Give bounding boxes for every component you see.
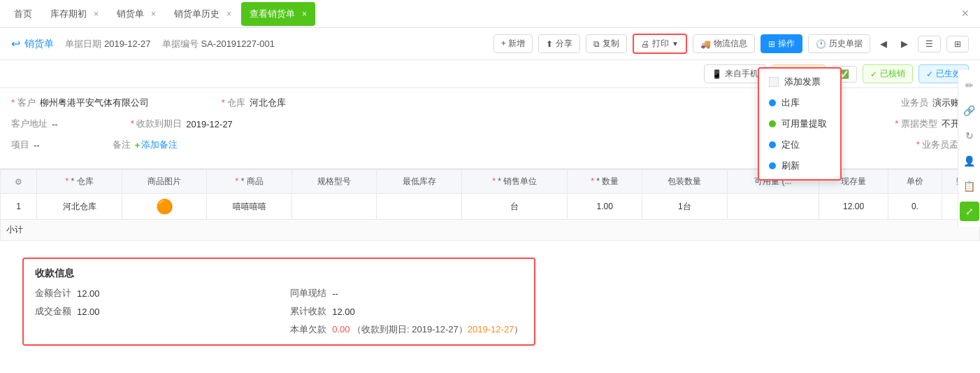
row-image: 🟠 <box>122 194 207 220</box>
tab-home-label: 首页 <box>14 8 32 20</box>
transaction-row: 成交金额 12.00 <box>35 305 268 318</box>
address-value: -- <box>52 119 58 129</box>
dot-green-icon <box>769 120 776 127</box>
same-order-value: -- <box>332 288 338 299</box>
staff-label: 业务员 <box>901 97 928 109</box>
view-toggle-card[interactable]: ⊞ <box>946 36 969 52</box>
tab-inventory-init-close[interactable]: × <box>94 9 99 19</box>
due-row: 本单欠款 0.00 （收款到期日: 2019-12-27）2019-12-27） <box>290 323 523 336</box>
confirm-label: 已核销 <box>880 68 905 80</box>
logistics-button[interactable]: 🚚 物流信息 <box>693 34 755 53</box>
ticket-label: 票据类型 <box>895 118 937 130</box>
col-settings[interactable]: ⚙ <box>1 170 37 194</box>
row-price: 0. <box>888 194 942 220</box>
operations-button[interactable]: ⊞ 操作 <box>761 34 802 53</box>
customer-field: 客户 柳州粤港平安气体有限公司 <box>11 97 149 109</box>
operations-dropdown: 添加发票 出库 可用量提取 定位 刷新 <box>758 67 842 181</box>
share-icon: ⬆ <box>546 39 553 49</box>
project-label: 项目 <box>11 139 29 151</box>
history-button[interactable]: 🕐 历史单据 <box>808 34 870 53</box>
logistics-button-label: 物流信息 <box>714 38 747 50</box>
doc-date-field: 单据日期 2019-12-27 <box>65 38 151 50</box>
due-label: 本单欠款 <box>290 323 326 336</box>
add-invoice-item[interactable]: 添加发票 <box>759 71 840 92</box>
note-label: 备注 <box>113 139 131 151</box>
doc-number-field: 单据编号 SA-20191227-001 <box>162 38 275 50</box>
customer-label: 客户 <box>11 97 36 109</box>
sidebar-user-icon[interactable]: 👤 <box>959 151 979 171</box>
row-spec <box>291 194 377 220</box>
confirmed-button[interactable]: ✓ 已核销 <box>863 64 913 83</box>
payment-date-label: 收款到期日 <box>131 118 182 130</box>
window-close-button[interactable]: × <box>956 3 974 24</box>
col-spec: 规格型号 <box>291 170 377 194</box>
doc-header: ↩ 销货单 单据日期 2019-12-27 单据编号 SA-20191227-0… <box>0 28 980 60</box>
tab-sales-order-close[interactable]: × <box>151 9 156 19</box>
row-warehouse: 河北仓库 <box>37 194 122 220</box>
refresh-label: 刷新 <box>781 160 800 172</box>
doc-title-area: ↩ 销货单 <box>11 37 54 50</box>
locate-item[interactable]: 定位 <box>759 134 840 155</box>
row-num: 1 <box>1 194 37 220</box>
summary-grid: 金额合计 12.00 同单现结 -- 成交金额 12.00 累计收款 12.00 <box>35 287 523 336</box>
table-row: 1 河北仓库 🟠 嘻嘻嘻嘻 台 1.00 1台 12.00 0. <box>1 194 980 220</box>
refresh-item[interactable]: 刷新 <box>759 155 840 176</box>
copy-button[interactable]: ⧉ 复制 <box>586 34 627 53</box>
copy-icon: ⧉ <box>593 39 600 49</box>
outbound-item[interactable]: 出库 <box>759 92 840 113</box>
new-button[interactable]: + 新增 <box>493 34 533 53</box>
address-field: 客户地址 -- <box>11 118 58 130</box>
print-icon: 🖨 <box>641 39 649 49</box>
available-qty-item[interactable]: 可用量提取 <box>759 113 840 134</box>
payment-date-field: 收款到期日 2019-12-27 <box>131 118 233 130</box>
due-suffix: （收款到期日: 2019-12-27） <box>352 324 468 335</box>
dot-blue-icon3 <box>769 162 776 169</box>
total-amount-row: 金额合计 12.00 <box>35 287 268 300</box>
doc-number-label: 单据编号 <box>162 38 199 50</box>
share-button[interactable]: ⬆ 分享 <box>538 34 580 53</box>
total-amount-label: 金额合计 <box>35 287 71 300</box>
outbound-label: 出库 <box>781 97 800 109</box>
print-button[interactable]: 🖨 打印 ▼ <box>633 34 687 54</box>
subtotal-label: 小计 <box>1 220 980 241</box>
nav-next[interactable]: ▶ <box>897 36 912 52</box>
settings-icon[interactable]: ⚙ <box>15 177 22 187</box>
doc-meta: 单据日期 2019-12-27 单据编号 SA-20191227-001 <box>65 38 482 50</box>
doc-title: 销货单 <box>24 38 54 50</box>
history-button-label: 历史单据 <box>829 38 863 50</box>
col-min-stock: 最低库存 <box>377 170 462 194</box>
col-warehouse: * 仓库 <box>37 170 122 194</box>
tab-bar: 首页 库存期初 × 销货单 × 销货单历史 × 查看销货单 × × <box>0 0 980 28</box>
print-dropdown-icon: ▼ <box>672 40 679 48</box>
due-date: 2019-12-27 <box>468 324 514 335</box>
nav-prev[interactable]: ◀ <box>876 36 891 52</box>
tab-home[interactable]: 首页 <box>6 2 41 26</box>
col-qty: * 数量 <box>568 170 642 194</box>
sidebar-expand-icon[interactable]: ⤢ <box>960 202 979 221</box>
summary-container: 收款信息 金额合计 12.00 同单现结 -- 成交金额 12.00 <box>0 241 980 363</box>
warehouse-field: 仓库 河北仓库 <box>222 97 287 109</box>
from-phone-button[interactable]: 📱 来自手机 <box>704 64 766 83</box>
tab-sales-history[interactable]: 销货单历史 × <box>166 2 240 26</box>
row-product: 嘻嘻嘻嘻 <box>207 194 292 220</box>
tab-view-sales[interactable]: 查看销货单 × <box>241 2 315 26</box>
sidebar-link-icon[interactable]: 🔗 <box>959 101 979 120</box>
add-note-button[interactable]: + 添加备注 <box>135 139 178 151</box>
note-field: 备注 + 添加备注 <box>113 139 178 151</box>
tab-view-sales-close[interactable]: × <box>302 9 307 19</box>
subtotal-row: 小计 <box>1 220 980 241</box>
view-toggle-list[interactable]: ☰ <box>918 36 941 52</box>
warehouse-value: 河北仓库 <box>250 97 286 109</box>
tab-sales-history-close[interactable]: × <box>226 9 231 19</box>
tab-sales-order-label: 销货单 <box>117 8 144 20</box>
from-phone-label: 来自手机 <box>725 68 758 80</box>
warehouse-label: 仓库 <box>222 97 246 109</box>
tab-inventory-init[interactable]: 库存期初 × <box>42 2 107 26</box>
sidebar-refresh-icon[interactable]: ↻ <box>961 126 978 146</box>
tab-sales-order[interactable]: 销货单 × <box>108 2 164 26</box>
doc-date-label: 单据日期 <box>65 38 101 50</box>
doc-number-value: SA-20191227-001 <box>201 38 275 49</box>
sidebar-history-icon[interactable]: 📋 <box>959 176 979 196</box>
add-invoice-label: 添加发票 <box>784 76 821 88</box>
sidebar-edit-icon[interactable]: ✏ <box>961 76 978 95</box>
